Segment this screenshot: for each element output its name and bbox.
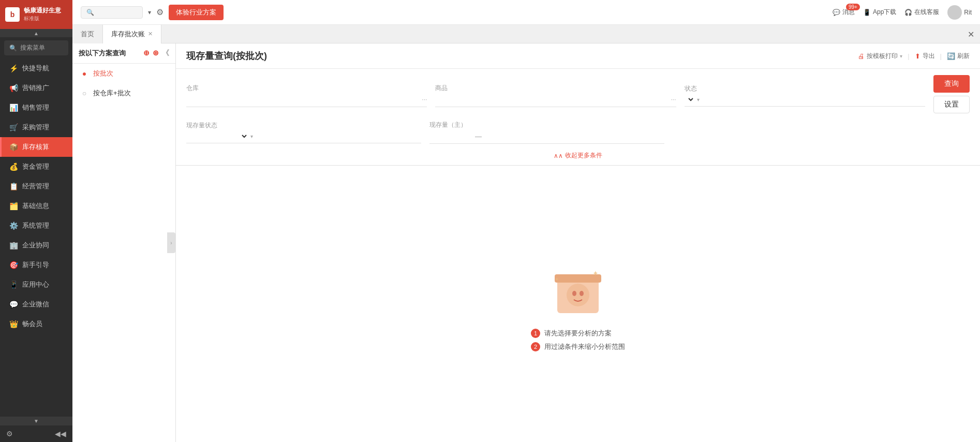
topbar-gear-icon[interactable]: ⚙ [156,7,164,17]
sidebar-scroll-down[interactable]: ▼ [0,417,72,425]
sidebar-item-finance[interactable]: 💰 资金管理 [0,157,72,176]
print-dropdown-icon[interactable]: ▾ [900,53,902,59]
wechat-label: 企业微信 [22,300,49,309]
hint-text-2: 用过滤条件来缩小分析范围 [544,342,625,351]
sidebar-item-enterprise[interactable]: 🏢 企业协同 [0,235,72,255]
product-input[interactable] [435,95,671,105]
inventory-qty-input-from[interactable] [429,131,471,141]
product-input-wrapper: ··· [435,95,676,107]
topbar-search-icon: 🔍 [86,9,94,16]
tab-inventory-batch[interactable]: 库存批次账 ✕ [103,25,161,43]
main-area: 🔍 ▾ ⚙ 体验行业方案 💬 消息 99+ 📱 App下载 🎧 在线客服 [72,0,980,442]
scheme-item-by-warehouse-batch[interactable]: ○ 按仓库+批次 [72,83,175,103]
marketing-icon: 📢 [9,83,18,93]
filter-inventory-status: 现存量状态 ▾ [186,121,421,143]
newbie-label: 新手引导 [22,260,49,270]
warehouse-more-btn[interactable]: ··· [422,96,427,103]
inventory-icon: 📦 [9,142,18,152]
sidebar-header: b 畅康通好生意 标准版 [0,0,72,29]
app-center-label: 应用中心 [22,280,49,289]
empty-svg: ✦ ✦ [547,256,609,318]
sidebar-search-btn[interactable]: 🔍 搜索菜单 [4,40,68,55]
purchase-label: 采购管理 [22,123,49,132]
sidebar-item-newbie[interactable]: 🎯 新手引导 [0,255,72,275]
tab-close-icon[interactable]: ✕ [148,31,153,37]
topbar-left: 🔍 ▾ ⚙ 体验行业方案 [81,5,826,20]
scheme-item-by-batch[interactable]: ● 按批次 [72,64,175,83]
quick-nav-label: 快捷导航 [22,64,49,73]
collapse-left-icon[interactable]: 《 [162,49,169,58]
settings-btn[interactable]: 设置 [933,96,970,113]
inventory-label: 库存核算 [22,142,49,152]
page-title: 现存量查询(按批次) [186,50,267,62]
settings-gear-icon[interactable]: ⚙ [6,430,13,438]
status-select-wrapper: ▾ [685,95,925,107]
topbar-search-box[interactable]: 🔍 [81,6,143,19]
sidebar-item-sales[interactable]: 📊 销售管理 [0,98,72,117]
filter-collapse-btn[interactable]: ∧∧ 收起更多条件 [186,149,970,162]
user-avatar-btn[interactable]: Rit [947,5,972,20]
search-icon: 🔍 [9,45,17,52]
left-panel: 按以下方案查询 ⊕ ⊛ 《 ● 按批次 ○ 按仓库+批次 › [72,43,176,442]
sidebar-scroll-up[interactable]: ▲ [0,29,72,37]
status-select[interactable] [685,95,695,104]
sales-label: 销售管理 [22,103,49,112]
sidebar-item-inventory[interactable]: 📦 库存核算 [0,137,72,157]
sidebar-item-basic[interactable]: 🗂️ 基础信息 [0,196,72,216]
inventory-status-label: 现存量状态 [186,121,421,130]
sidebar-item-wechat[interactable]: 💬 企业微信 [0,294,72,314]
topbar-dropdown-icon[interactable]: ▾ [148,9,151,16]
empty-hints: 1 请先选择要分析的方案 2 用过滤条件来缩小分析范围 [531,329,625,351]
right-content: 现存量查询(按批次) 🖨 按模板打印 ▾ | ⬆ 导出 | 🔄 [176,43,980,442]
svg-point-4 [580,291,584,296]
empty-illustration: ✦ ✦ [547,256,609,318]
download-icon: 📱 [863,9,871,16]
sidebar-item-marketing[interactable]: 📢 营销推广 [0,78,72,98]
sidebar-collapse-icon[interactable]: ◀◀ [55,430,66,438]
export-btn[interactable]: ⬆ 导出 [915,52,935,61]
collapse-label: 收起更多条件 [565,151,602,160]
empty-hint-1: 1 请先选择要分析的方案 [531,329,625,338]
settings-scheme-icon[interactable]: ⊛ [153,49,159,58]
sales-icon: 📊 [9,103,18,112]
left-panel-header: 按以下方案查询 ⊕ ⊛ 《 [72,43,175,64]
sidebar-item-member[interactable]: 👑 畅会员 [0,314,72,334]
inventory-qty-input-to[interactable] [486,131,527,141]
warehouse-input[interactable] [186,95,422,105]
by-batch-icon: ● [80,69,89,78]
messages-btn[interactable]: 💬 消息 99+ [833,8,855,17]
sidebar-item-app-center[interactable]: 📱 应用中心 [0,275,72,294]
tab-home-label: 首页 [81,30,94,39]
finance-label: 资金管理 [22,162,49,171]
by-batch-label: 按批次 [93,69,113,78]
sidebar-item-purchase[interactable]: 🛒 采购管理 [0,117,72,137]
sidebar-item-operation[interactable]: 📋 经营管理 [0,176,72,196]
app-center-icon: 📱 [9,280,18,289]
query-btn[interactable]: 查询 [933,75,970,93]
tab-home[interactable]: 首页 [72,25,103,43]
inventory-qty-label: 现存量（主） [429,121,664,129]
company-name: 畅康通好生意 [24,7,61,15]
svg-text:✦: ✦ [555,276,559,282]
divider-1: | [908,52,909,60]
online-service-label: 在线客服 [914,8,939,17]
print-template-btn[interactable]: 🖨 按模板打印 ▾ [858,52,902,61]
svg-point-2 [567,284,589,306]
experience-btn[interactable]: 体验行业方案 [169,5,224,20]
left-panel-collapse-handle[interactable]: › [167,232,175,253]
system-icon: ⚙️ [9,221,18,230]
operation-icon: 📋 [9,182,18,191]
sidebar-item-system[interactable]: ⚙️ 系统管理 [0,216,72,235]
tabbar-close-btn[interactable]: ✕ [961,25,980,43]
filter-product: 商品 ··· [435,84,676,107]
inventory-status-select[interactable] [186,132,248,141]
sidebar-item-quick-nav[interactable]: ⚡ 快捷导航 [0,58,72,78]
tabbar: 首页 库存批次账 ✕ ✕ [72,25,980,43]
app-download-btn[interactable]: 📱 App下载 [863,8,896,17]
product-more-btn[interactable]: ··· [671,96,676,103]
add-scheme-icon[interactable]: ⊕ [143,49,150,58]
refresh-btn[interactable]: 🔄 刷新 [947,52,970,61]
online-service-btn[interactable]: 🎧 在线客服 [904,8,939,17]
inventory-qty-wrapper: — [429,131,664,144]
sidebar-nav: ⚡ 快捷导航 📢 营销推广 📊 销售管理 🛒 采购管理 📦 库存核算 💰 资金管… [0,58,72,417]
